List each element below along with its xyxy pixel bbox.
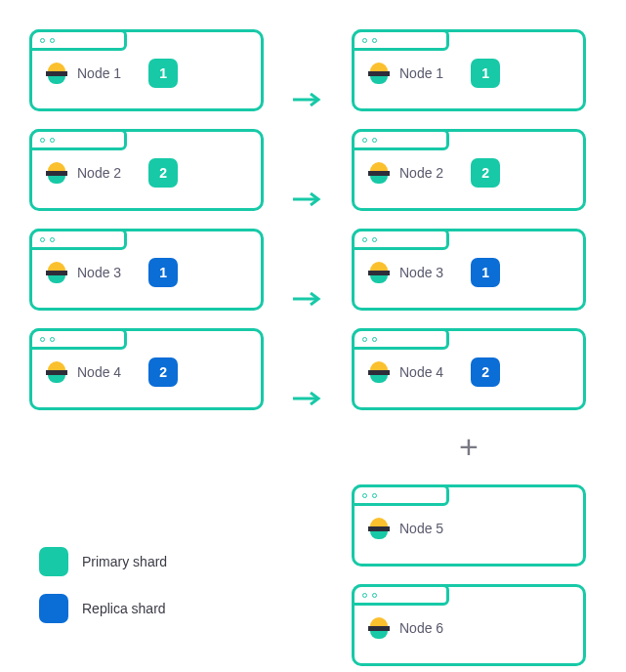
arrow-slot bbox=[293, 59, 322, 141]
node-titlebar bbox=[29, 129, 127, 150]
node-box: Node 42 bbox=[29, 328, 264, 410]
window-dot-icon bbox=[362, 38, 367, 43]
window-dot-icon bbox=[50, 237, 55, 242]
node-titlebar bbox=[352, 229, 449, 250]
elasticsearch-icon bbox=[368, 518, 390, 539]
plus-icon: + bbox=[352, 430, 586, 463]
node-box: Node 11 bbox=[29, 29, 264, 111]
window-dot-icon bbox=[362, 138, 367, 143]
legend: Primary shard Replica shard bbox=[39, 547, 167, 623]
arrow-right-icon bbox=[293, 192, 322, 206]
node-titlebar bbox=[29, 328, 127, 350]
replica-shard-badge: 1 bbox=[148, 258, 178, 287]
window-dot-icon bbox=[372, 593, 377, 598]
window-dot-icon bbox=[362, 493, 367, 498]
node-label: Node 1 bbox=[399, 65, 443, 81]
window-dot-icon bbox=[362, 593, 367, 598]
node-box: Node 31 bbox=[352, 229, 586, 311]
node-box: Node 31 bbox=[29, 229, 264, 311]
node-box: Node 22 bbox=[29, 129, 264, 211]
elasticsearch-icon bbox=[46, 262, 67, 283]
primary-shard-badge: 2 bbox=[148, 158, 178, 188]
legend-primary-label: Primary shard bbox=[82, 554, 167, 569]
window-dot-icon bbox=[40, 138, 45, 143]
arrow-right-icon bbox=[293, 93, 322, 106]
node-box: Node 6 bbox=[352, 584, 586, 666]
primary-shard-badge: 1 bbox=[471, 59, 500, 88]
replica-shard-badge: 2 bbox=[148, 357, 178, 387]
replica-shard-badge: 1 bbox=[471, 258, 500, 287]
node-label: Node 4 bbox=[77, 364, 121, 380]
node-titlebar bbox=[352, 584, 449, 606]
elasticsearch-icon bbox=[368, 361, 390, 383]
elasticsearch-icon bbox=[368, 617, 390, 639]
window-dot-icon bbox=[40, 237, 45, 242]
node-box: Node 5 bbox=[352, 484, 586, 567]
elasticsearch-icon bbox=[368, 262, 390, 283]
node-label: Node 3 bbox=[399, 265, 443, 280]
primary-shard-badge: 1 bbox=[148, 59, 178, 88]
node-label: Node 2 bbox=[399, 165, 443, 181]
node-box: Node 11 bbox=[352, 29, 586, 111]
elasticsearch-icon bbox=[368, 63, 390, 84]
replica-shard-badge: 2 bbox=[471, 357, 500, 387]
legend-replica-swatch bbox=[39, 594, 68, 623]
node-box: Node 42 bbox=[352, 328, 586, 410]
window-dot-icon bbox=[372, 337, 377, 342]
window-dot-icon bbox=[362, 237, 367, 242]
window-dot-icon bbox=[50, 337, 55, 342]
window-dot-icon bbox=[372, 237, 377, 242]
node-box: Node 22 bbox=[352, 129, 586, 211]
legend-primary-swatch bbox=[39, 547, 68, 576]
right-column: Node 11Node 22Node 31Node 42+Node 5Node … bbox=[352, 29, 586, 666]
window-dot-icon bbox=[372, 38, 377, 43]
node-label: Node 2 bbox=[77, 165, 121, 181]
elasticsearch-icon bbox=[368, 162, 390, 184]
window-dot-icon bbox=[372, 493, 377, 498]
node-titlebar bbox=[352, 328, 449, 350]
left-column: Node 11Node 22Node 31Node 42 bbox=[29, 29, 264, 410]
node-titlebar bbox=[29, 229, 127, 250]
arrows-column bbox=[293, 29, 322, 440]
legend-primary: Primary shard bbox=[39, 547, 167, 576]
legend-replica: Replica shard bbox=[39, 594, 167, 623]
primary-shard-badge: 2 bbox=[471, 158, 500, 188]
elasticsearch-icon bbox=[46, 361, 67, 383]
node-titlebar bbox=[352, 29, 449, 51]
arrow-right-icon bbox=[293, 292, 322, 306]
window-dot-icon bbox=[40, 38, 45, 43]
window-dot-icon bbox=[50, 138, 55, 143]
window-dot-icon bbox=[372, 138, 377, 143]
node-titlebar bbox=[29, 29, 127, 51]
elasticsearch-icon bbox=[46, 63, 67, 84]
elasticsearch-icon bbox=[46, 162, 67, 184]
arrow-slot bbox=[293, 158, 322, 240]
node-label: Node 1 bbox=[77, 65, 121, 81]
node-label: Node 3 bbox=[77, 265, 121, 280]
arrow-right-icon bbox=[293, 392, 322, 405]
node-label: Node 6 bbox=[399, 620, 443, 636]
node-titlebar bbox=[352, 129, 449, 150]
node-titlebar bbox=[352, 484, 449, 506]
window-dot-icon bbox=[40, 337, 45, 342]
window-dot-icon bbox=[362, 337, 367, 342]
node-label: Node 4 bbox=[399, 364, 443, 380]
window-dot-icon bbox=[50, 38, 55, 43]
arrow-slot bbox=[293, 357, 322, 440]
arrow-slot bbox=[293, 258, 322, 340]
node-label: Node 5 bbox=[399, 521, 443, 536]
legend-replica-label: Replica shard bbox=[82, 601, 166, 616]
